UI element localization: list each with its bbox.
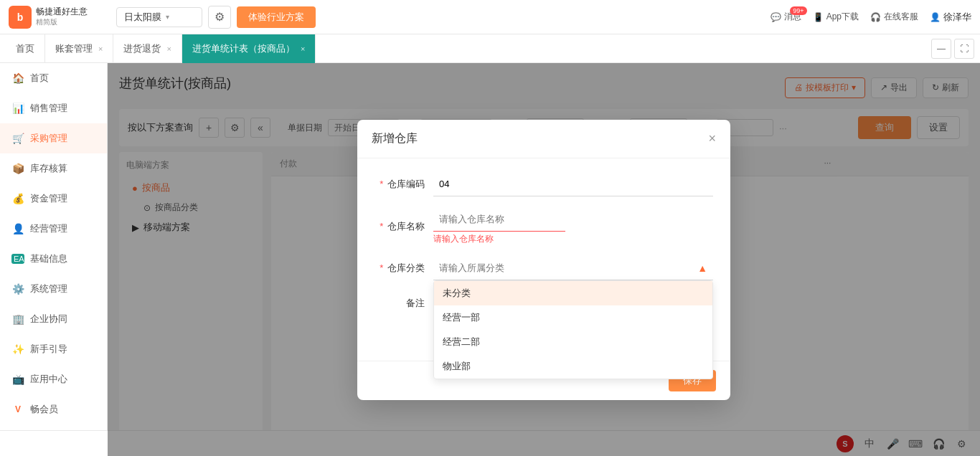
warehouse-code-label: * 仓库编码 (374, 173, 425, 196)
sidebar-item-guide[interactable]: ✨ 新手引导 (0, 334, 107, 364)
store-dropdown-arrow-icon: ▾ (166, 13, 169, 21)
finance-sidebar-icon: 💰 (11, 193, 24, 204)
logo-text-area: 畅捷通好生意 精简版 (36, 6, 88, 28)
sidebar-item-system[interactable]: ⚙️ 系统管理 (0, 274, 107, 304)
logo-main-text: 畅捷通好生意 (36, 6, 88, 18)
dropdown-item-dept3[interactable]: 物业部 (434, 354, 712, 379)
account-tab-close-icon[interactable]: × (98, 44, 103, 53)
sidebar-item-inventory[interactable]: 📦 库存核算 (0, 153, 107, 184)
warehouse-category-label-text: 仓库分类 (387, 262, 425, 273)
sidebar-item-finance[interactable]: 💰 资金管理 (0, 184, 107, 214)
guide-sidebar-icon: ✨ (11, 343, 24, 355)
base-sidebar-icon: EA (11, 254, 24, 264)
modal-overlay[interactable]: 新增仓库 × * 仓库编码 (108, 63, 980, 456)
store-selector[interactable]: 日太阳膜 ▾ (116, 7, 202, 27)
warehouse-code-label-text: 仓库编码 (387, 179, 425, 189)
purchase-return-tab-close-icon[interactable]: × (166, 44, 171, 53)
try-industry-button[interactable]: 体验行业方案 (237, 6, 316, 28)
main-layout: 🏠 首页 📊 销售管理 🛒 采购管理 📦 库存核算 💰 资金管理 👤 经营管理 … (0, 63, 980, 456)
logo-icon: b (9, 6, 32, 29)
appcenter-sidebar-label: 应用中心 (30, 373, 67, 386)
category-input-row: ▲ (433, 257, 713, 280)
warehouse-category-label: * 仓库分类 (374, 257, 425, 280)
system-sidebar-icon: ⚙️ (11, 283, 24, 295)
purchase-stats-tab-label: 进货单统计表（按商品） (192, 42, 295, 55)
finance-sidebar-label: 资金管理 (30, 192, 67, 205)
sidebar: 🏠 首页 📊 销售管理 🛒 采购管理 📦 库存核算 💰 资金管理 👤 经营管理 … (0, 63, 108, 456)
sales-sidebar-icon: 📊 (11, 103, 24, 114)
enterprise-sidebar-icon: 🏢 (11, 313, 24, 325)
category-dropdown-arrow-icon[interactable]: ▲ (697, 262, 707, 274)
messages-badge: 99+ (790, 6, 806, 15)
required-star-code: * (380, 179, 383, 189)
inventory-sidebar-label: 库存核算 (30, 162, 67, 175)
sidebar-item-enterprise[interactable]: 🏢 企业协同 (0, 304, 107, 334)
tab-controls: — ⛶ (931, 39, 974, 59)
app-download-item[interactable]: 📱 App下载 (813, 11, 859, 23)
logo-letter: b (17, 11, 24, 23)
sidebar-item-sales[interactable]: 📊 销售管理 (0, 93, 107, 123)
user-item[interactable]: 👤 徐泽华 (930, 11, 971, 24)
tab-purchase-return[interactable]: 进货退货 × (113, 34, 182, 63)
logo-sub-text: 精简版 (36, 17, 88, 27)
header-right: 💬 消息 99+ 📱 App下载 🎧 在线客服 👤 徐泽华 (771, 11, 971, 24)
logo-area: b 畅捷通好生意 精简版 (9, 6, 116, 29)
online-service-item[interactable]: 🎧 在线客服 (870, 11, 918, 23)
purchase-sidebar-icon: 🛒 (11, 133, 24, 144)
modal-title: 新增仓库 (372, 131, 418, 146)
account-tab-label: 账套管理 (55, 42, 93, 55)
warehouse-name-label-text: 仓库名称 (387, 221, 425, 232)
tab-fullscreen-icon[interactable]: ⛶ (954, 39, 974, 59)
store-name: 日太阳膜 (124, 11, 161, 24)
user-avatar-icon: 👤 (930, 12, 941, 22)
dropdown-item-unclassified[interactable]: 未分类 (434, 281, 712, 305)
dropdown-item-dept1[interactable]: 经营一部 (434, 305, 712, 330)
purchase-sidebar-label: 采购管理 (30, 132, 67, 145)
sales-sidebar-label: 销售管理 (30, 102, 67, 115)
modal-close-icon[interactable]: × (708, 131, 716, 146)
sidebar-item-home[interactable]: 🏠 首页 (0, 63, 107, 93)
home-tab-label: 首页 (16, 42, 34, 55)
app-download-label: App下载 (826, 11, 859, 23)
messages-item[interactable]: 💬 消息 99+ (771, 11, 801, 23)
tab-bar: 首页 账套管理 × 进货退货 × 进货单统计表（按商品） × — ⛶ (0, 34, 980, 63)
guide-sidebar-label: 新手引导 (30, 343, 67, 356)
tab-minimize-icon[interactable]: — (931, 39, 951, 59)
vip-sidebar-icon: V (11, 404, 24, 414)
operation-sidebar-icon: 👤 (11, 223, 24, 234)
add-warehouse-modal: 新增仓库 × * 仓库编码 (357, 120, 730, 400)
tab-account[interactable]: 账套管理 × (45, 34, 113, 63)
sidebar-item-operation[interactable]: 👤 经营管理 (0, 214, 107, 244)
header-center: 日太阳膜 ▾ ⚙ 体验行业方案 (116, 6, 771, 29)
sidebar-item-base[interactable]: EA 基础信息 (0, 244, 107, 274)
operation-sidebar-label: 经营管理 (30, 222, 67, 235)
vip-sidebar-label: 畅会员 (30, 403, 58, 416)
dropdown-item-dept2[interactable]: 经营二部 (434, 330, 712, 354)
required-star-category: * (380, 262, 383, 273)
sidebar-item-appcenter[interactable]: 📺 应用中心 (0, 364, 107, 394)
tab-home[interactable]: 首页 (6, 34, 45, 63)
sidebar-item-purchase[interactable]: 🛒 采购管理 (0, 123, 107, 153)
category-input[interactable] (439, 260, 697, 277)
settings-icon[interactable]: ⚙ (208, 6, 231, 29)
purchase-return-tab-label: 进货退货 (123, 42, 161, 55)
warehouse-code-input[interactable] (433, 173, 713, 196)
system-sidebar-label: 系统管理 (30, 282, 67, 295)
sidebar-item-vip[interactable]: V 畅会员 (0, 394, 107, 424)
warehouse-name-input[interactable] (433, 208, 565, 232)
home-sidebar-label: 首页 (30, 72, 49, 85)
modal-header: 新增仓库 × (357, 120, 730, 158)
inventory-sidebar-icon: 📦 (11, 163, 24, 174)
top-header: b 畅捷通好生意 精简版 日太阳膜 ▾ ⚙ 体验行业方案 💬 消息 99+ 📱 … (0, 0, 980, 34)
warehouse-name-error-tip: 请输入仓库名称 (433, 233, 565, 245)
user-name: 徐泽华 (943, 11, 971, 24)
appcenter-sidebar-icon: 📺 (11, 374, 24, 385)
note-label: 备注 (374, 292, 425, 315)
online-service-label: 在线客服 (884, 11, 918, 23)
purchase-stats-tab-close-icon[interactable]: × (301, 44, 305, 53)
modal-body: * 仓库编码 * 仓库名称 (357, 158, 730, 361)
tab-purchase-stats[interactable]: 进货单统计表（按商品） × (182, 34, 316, 63)
required-star-name: * (380, 221, 383, 232)
content-area: 进货单统计(按商品) 🖨 按模板打印 ▾ ↗ 导出 ↻ 刷新 按以下方案查询 (108, 63, 980, 456)
warehouse-name-row: * 仓库名称 请输入仓库名称 (374, 208, 713, 245)
